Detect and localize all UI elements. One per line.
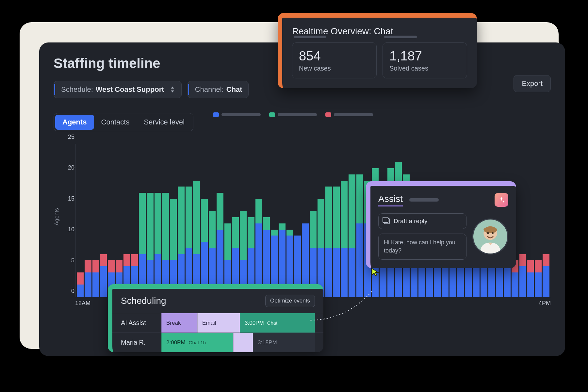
export-button[interactable]: Export (514, 75, 551, 92)
bar-column (85, 144, 91, 297)
bar-segment-red (543, 254, 549, 267)
bar-segment-blue (504, 266, 511, 297)
bar-column (131, 144, 138, 297)
schedule-block[interactable]: Email (197, 313, 240, 333)
tab-contacts[interactable]: Contacts (94, 115, 137, 130)
bar-column (162, 144, 169, 297)
bar-column (193, 144, 200, 297)
bar-column (349, 144, 355, 297)
stat-label: Solved cases (389, 65, 460, 72)
bar-segment-red (108, 260, 115, 272)
y-tick: 5 (71, 257, 74, 264)
bar-column (543, 144, 549, 297)
bar-segment-blue (325, 248, 332, 297)
schedule-block[interactable]: 3:00PMChat (240, 313, 315, 333)
y-tick: 20 (68, 164, 74, 171)
bar-segment-green (248, 217, 254, 248)
schedule-block[interactable]: Break (161, 313, 197, 333)
bar-column (240, 144, 247, 297)
schedule-block-sub: Chat (267, 320, 278, 326)
bar-column (116, 144, 122, 297)
draft-reply-button[interactable]: Draft a reply (378, 213, 466, 229)
bar-column (123, 144, 130, 297)
bar-segment-green (217, 193, 223, 230)
schedule-block[interactable] (233, 333, 253, 352)
bar-segment-blue (85, 272, 91, 297)
stat-value: 1,187 (389, 49, 460, 63)
channel-filter-dropdown[interactable]: Channel: Chat (188, 81, 249, 98)
tab-service-level[interactable]: Service level (137, 115, 192, 130)
bar-segment-blue (512, 272, 518, 297)
bar-segment-green (224, 223, 231, 260)
channel-filter-label: Channel: (195, 85, 224, 94)
bar-column (100, 144, 107, 297)
realtime-overview-card: Realtime Overview: Chat 854 New cases 1,… (278, 13, 477, 88)
scheduling-card: Scheduling Optimize events AI AssistBrea… (108, 284, 323, 352)
draft-reply-label: Draft a reply (394, 218, 427, 225)
bar-segment-red (77, 272, 84, 285)
assist-title: Assist (378, 194, 403, 206)
bar-column (224, 144, 231, 297)
bar-segment-green (147, 193, 154, 260)
stat-new-cases[interactable]: 854 New cases (292, 42, 377, 78)
schedule-block-sub: Chat 1h (189, 340, 206, 345)
bar-segment-blue (496, 266, 503, 297)
svg-point-2 (487, 232, 489, 234)
bar-segment-green (325, 187, 332, 248)
bar-segment-blue (349, 248, 355, 297)
bar-column (155, 144, 161, 297)
bar-column (271, 144, 278, 297)
agent-avatar[interactable] (472, 219, 508, 254)
agent-name: Maria R. (112, 333, 161, 352)
bar-column (232, 144, 239, 297)
legend-swatch-green (269, 112, 275, 117)
bar-segment-green (155, 193, 161, 254)
stat-label: New cases (299, 65, 370, 72)
bar-segment-green (186, 187, 192, 248)
bar-column (325, 144, 332, 297)
bar-segment-blue (92, 272, 99, 297)
y-tick: 10 (68, 226, 74, 233)
schedule-block[interactable]: 3:15PM (253, 333, 315, 352)
bar-segment-green (139, 193, 146, 254)
x-tick: 12AM (75, 300, 90, 307)
bar-segment-red (100, 254, 107, 267)
bar-segment-green (333, 187, 340, 248)
bar-segment-green (318, 199, 324, 248)
schedule-filter-label: Schedule: (61, 85, 93, 94)
bar-segment-green (255, 199, 262, 223)
stat-value: 854 (299, 49, 370, 63)
bar-segment-blue (77, 285, 84, 297)
tab-agents[interactable]: Agents (55, 115, 94, 130)
bar-column (209, 144, 216, 297)
y-tick: 25 (68, 134, 74, 140)
bar-column (255, 144, 262, 297)
schedule-blocks: BreakEmail3:00PMChat (161, 313, 323, 333)
schedule-filter-dropdown[interactable]: Schedule: West Coast Support (54, 81, 182, 98)
bar-segment-blue (535, 272, 542, 297)
scheduling-title: Scheduling (121, 296, 166, 306)
sparkle-icon[interactable] (495, 193, 508, 207)
optimize-events-button[interactable]: Optimize events (265, 295, 315, 307)
bar-segment-red (527, 260, 534, 272)
stat-solved-cases[interactable]: 1,187 Solved cases (383, 42, 467, 78)
assist-suggestion-box[interactable]: Hi Kate, how can I help you today? (378, 234, 466, 260)
bar-column (318, 144, 324, 297)
schedule-filter-value: West Coast Support (96, 85, 164, 94)
bar-segment-green (201, 199, 208, 242)
bar-segment-green (263, 217, 270, 230)
bar-segment-green (240, 211, 247, 260)
y-axis-ticks: 0510152025 (61, 144, 74, 298)
bar-segment-green (310, 211, 317, 248)
bar-segment-red (131, 254, 138, 267)
bar-column (333, 144, 340, 297)
bar-segment-green (349, 174, 355, 248)
bar-column (356, 144, 363, 297)
bar-segment-blue (341, 248, 348, 297)
y-axis-label: Agents (54, 208, 60, 225)
bar-column (519, 144, 526, 297)
bar-segment-green (271, 230, 278, 236)
skeleton-bar (409, 198, 439, 202)
schedule-block[interactable]: 2:00PMChat 1h (161, 333, 233, 352)
bar-column (310, 144, 317, 297)
